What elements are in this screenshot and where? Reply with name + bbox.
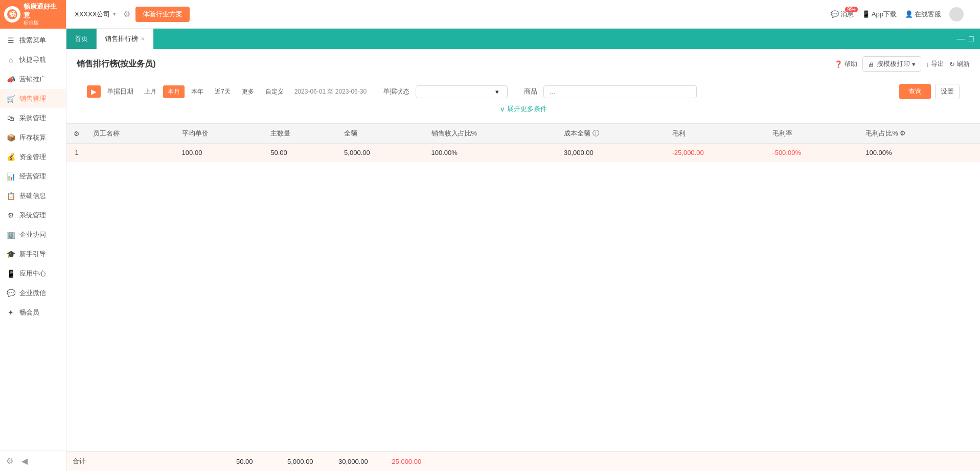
cell-gross-rate: -500.00%	[766, 144, 859, 162]
col-avg-price: 平均单价	[176, 124, 265, 144]
page-title: 销售排行榜(按业务员)	[77, 59, 156, 70]
guide-icon: 🎓	[6, 250, 15, 258]
topbar-gear-icon[interactable]: ⚙	[123, 9, 130, 19]
col-gross-rate: 毛利率	[766, 124, 859, 144]
sidebar-item-system[interactable]: ⚙ 系统管理	[0, 206, 66, 225]
sidebar-item-quick-nav[interactable]: ⌂ 快捷导航	[0, 50, 66, 70]
query-button[interactable]: 查询	[899, 84, 931, 99]
cell-avg-price: 100.00	[176, 144, 265, 162]
topbar-right: 💬 消息 99+ 📱 App下载 👤 在线客服	[831, 7, 972, 21]
cell-amount: 5,000.00	[338, 144, 425, 162]
system-icon: ⚙	[6, 211, 15, 219]
sidebar-item-member[interactable]: ✦ 畅会员	[0, 303, 66, 322]
settings-footer-icon[interactable]: ⚙	[6, 456, 13, 466]
status-select[interactable]: ▾	[416, 85, 508, 98]
tabs-window-controls: — □	[950, 34, 980, 43]
filter-toggle-btn[interactable]: ▶	[87, 85, 101, 98]
sidebar-item-guide[interactable]: 🎓 新手引导	[0, 244, 66, 264]
cell-employee	[87, 144, 176, 162]
cell-gross: -25,000.00	[666, 144, 767, 162]
sidebar-item-purchase[interactable]: 🛍 采购管理	[0, 108, 66, 128]
page-actions: ❓ 帮助 🖨 按模板打印 ▾ ↓ 导出 ↻ 刷新	[834, 56, 970, 72]
search-order-icon: ☰	[6, 36, 15, 44]
app-download-icon: 📱	[862, 10, 870, 18]
sidebar-item-wechat[interactable]: 💬 企业微信	[0, 283, 66, 303]
col-amount: 全额	[338, 124, 425, 144]
date-btn-this-month[interactable]: 本月	[163, 85, 185, 98]
settings-button[interactable]: 设置	[935, 84, 960, 99]
basic-icon: 📋	[6, 192, 15, 200]
minimize-icon[interactable]: —	[956, 34, 965, 43]
export-icon: ↓	[926, 60, 930, 68]
refresh-icon: ↻	[949, 60, 955, 68]
date-btn-this-year[interactable]: 本年	[187, 85, 208, 98]
filter-row: ▶ 单据日期 上月 本月 本年 近7天 更多 自定义 2023-06-01 至 …	[87, 84, 960, 99]
chevron-down-icon: ∨	[500, 105, 505, 113]
date-btn-last-month[interactable]: 上月	[140, 85, 161, 98]
col-gross: 毛利	[666, 124, 767, 144]
expand-more-btn[interactable]: ∨ 展开更多条件	[87, 101, 960, 117]
goods-search-field[interactable]	[549, 88, 691, 96]
col-settings: ⚙	[66, 124, 87, 144]
topbar-message[interactable]: 💬 消息 99+	[831, 10, 854, 19]
tab-sales-ranking[interactable]: 销售排行榜 ×	[97, 29, 153, 49]
date-btn-last7[interactable]: 近7天	[210, 85, 235, 98]
app-center-icon: 📱	[6, 270, 15, 278]
sidebar-logo: 畅 畅康通好生意 标准版	[0, 0, 66, 29]
sidebar: 畅 畅康通好生意 标准版 ☰ 搜索菜单 ⌂ 快捷导航 📣 营销推广 🛒 销售管理…	[0, 0, 66, 471]
topbar-app-download[interactable]: 📱 App下载	[862, 10, 897, 19]
inventory-icon: 📦	[6, 133, 15, 142]
refresh-btn[interactable]: ↻ 刷新	[949, 59, 970, 69]
sidebar-item-basic[interactable]: 📋 基础信息	[0, 186, 66, 206]
col-gross-pct: 毛利占比% ⚙	[859, 124, 980, 144]
sidebar-item-search-order[interactable]: ☰ 搜索菜单	[0, 31, 66, 50]
col-employee: 员工名称	[87, 124, 176, 144]
sales-icon: 🛒	[6, 95, 15, 103]
message-icon: 💬	[831, 10, 839, 18]
maximize-icon[interactable]: □	[969, 34, 974, 43]
sidebar-item-operation[interactable]: 📊 经营管理	[0, 167, 66, 186]
col-qty: 主数量	[264, 124, 338, 144]
collapse-icon[interactable]: ◀	[21, 456, 28, 466]
filter-right-buttons: 查询 设置	[899, 84, 960, 99]
trial-btn[interactable]: 体验行业方案	[135, 7, 190, 22]
content-area: ⚙ 员工名称 平均单价 主数量 全额 销售收入占比% 成本全额 ⓘ 毛利 毛利率…	[66, 124, 980, 451]
date-btn-more[interactable]: 更多	[237, 85, 259, 98]
data-table: ⚙ 员工名称 平均单价 主数量 全额 销售收入占比% 成本全额 ⓘ 毛利 毛利率…	[66, 124, 980, 162]
export-btn[interactable]: ↓ 导出	[926, 59, 945, 69]
cell-qty: 50.00	[264, 144, 338, 162]
logo-text: 畅康通好生意 标准版	[24, 3, 62, 27]
topbar-online-service[interactable]: 👤 在线客服	[905, 10, 941, 19]
status-dropdown-arrow: ▾	[495, 88, 499, 96]
help-btn[interactable]: ❓ 帮助	[834, 59, 857, 69]
svg-text:畅: 畅	[9, 10, 16, 18]
tab-home[interactable]: 首页	[66, 29, 97, 49]
sidebar-item-finance[interactable]: 💰 资金管理	[0, 147, 66, 167]
date-btn-custom[interactable]: 自定义	[261, 85, 288, 98]
sidebar-item-app-center[interactable]: 📱 应用中心	[0, 264, 66, 283]
cell-rank: 1	[66, 144, 87, 162]
sidebar-item-sales[interactable]: 🛒 销售管理	[0, 89, 66, 108]
help-icon: ❓	[834, 60, 842, 68]
finance-icon: 💰	[6, 153, 15, 161]
topbar: XXXXX公司 ▾ ⚙ 体验行业方案 💬 消息 99+ 📱 App下载 👤 在线…	[66, 0, 980, 29]
total-amount: 5,000.00	[287, 458, 328, 465]
sidebar-item-inventory[interactable]: 📦 库存核算	[0, 128, 66, 147]
sidebar-item-marketing[interactable]: 📣 营销推广	[0, 70, 66, 89]
tab-bar: 首页 销售排行榜 × — □	[66, 29, 980, 49]
col-sales-pct: 销售收入占比%	[425, 124, 558, 144]
enterprise-icon: 🏢	[6, 231, 15, 239]
sidebar-item-enterprise[interactable]: 🏢 企业协同	[0, 225, 66, 244]
template-print-btn[interactable]: 🖨 按模板打印 ▾	[862, 56, 921, 72]
table-row: 1 100.00 50.00 5,000.00 100.00% 30,000.0…	[66, 144, 980, 162]
avatar[interactable]	[949, 7, 964, 21]
table-header-row: ⚙ 员工名称 平均单价 主数量 全额 销售收入占比% 成本全额 ⓘ 毛利 毛利率…	[66, 124, 980, 144]
message-badge: 99+	[845, 7, 858, 12]
date-filter-buttons: 上月 本月 本年 近7天 更多 自定义	[140, 85, 288, 98]
table-footer: 合计 50.00 5,000.00 30,000.00 -25,000.00	[66, 451, 980, 471]
goods-input[interactable]	[543, 85, 697, 98]
service-icon: 👤	[905, 10, 913, 18]
company-selector[interactable]: XXXXX公司 ▾	[75, 10, 116, 19]
tab-close-icon[interactable]: ×	[141, 35, 145, 42]
home-icon: ⌂	[6, 56, 15, 64]
